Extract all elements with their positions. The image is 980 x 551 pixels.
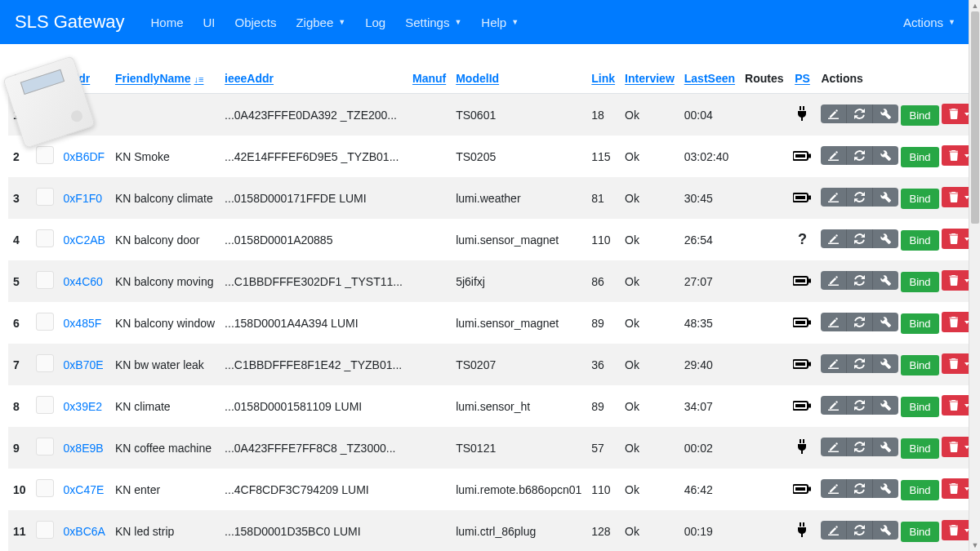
nav-help[interactable]: Help▼ (471, 9, 528, 36)
edit-button[interactable] (821, 521, 847, 540)
power-source-icon (793, 192, 811, 205)
configure-button[interactable] (873, 104, 898, 123)
chevron-down-icon: ▼ (454, 18, 461, 26)
refresh-button[interactable] (847, 313, 873, 331)
edit-button[interactable] (821, 354, 847, 373)
brand[interactable]: SLS Gateway (15, 11, 125, 33)
bind-button[interactable]: Bind (901, 230, 938, 251)
scroll-up-icon[interactable]: ▲ (969, 0, 980, 11)
cell-actions: Bind (816, 94, 980, 136)
nav-ui[interactable]: UI (194, 9, 225, 36)
th-ieee[interactable]: ieeeAddr (220, 64, 408, 94)
edit-button[interactable] (821, 271, 847, 290)
edit-button[interactable] (821, 313, 847, 331)
cell-routes (740, 510, 788, 551)
cell-actions: Bind (816, 344, 980, 385)
scroll-down-icon[interactable]: ▼ (969, 540, 980, 551)
configure-button[interactable] (873, 271, 898, 290)
configure-button[interactable] (873, 479, 898, 498)
refresh-button[interactable] (847, 396, 873, 415)
bind-button[interactable]: Bind (901, 397, 938, 417)
bind-button[interactable]: Bind (901, 438, 938, 459)
nav-log[interactable]: Log (355, 9, 395, 36)
configure-button[interactable] (873, 188, 898, 207)
addr-link[interactable]: 0xF1F0 (64, 192, 102, 205)
addr-link[interactable]: 0xB6DF (64, 150, 105, 163)
refresh-button[interactable] (847, 521, 873, 540)
cell-routes (740, 469, 788, 510)
nav-actions[interactable]: Actions▼ (893, 9, 965, 36)
table-row: 1F0...0A423FFFE0DA392 _TZE200...TS060118… (8, 94, 980, 136)
power-source-icon (793, 317, 811, 330)
edit-button[interactable] (821, 188, 847, 207)
bind-button[interactable]: Bind (901, 355, 938, 375)
bind-button[interactable]: Bind (901, 272, 938, 292)
cell-ieee: ...C1BBDFFFE8F1E42 _TYZB01... (220, 344, 408, 385)
bind-button[interactable]: Bind (901, 105, 938, 126)
edit-button[interactable] (821, 438, 847, 456)
configure-button[interactable] (873, 229, 898, 248)
cell-actions: Bind (816, 302, 980, 344)
scrollbar[interactable]: ▲ ▼ (969, 0, 980, 551)
svg-rect-13 (808, 362, 811, 366)
edit-button[interactable] (821, 396, 847, 415)
addr-link[interactable]: 0xB70E (64, 358, 104, 371)
table-row: 100xC47EKN enter...4CF8CDF3C794209 LUMIl… (8, 469, 980, 510)
refresh-button[interactable] (847, 104, 873, 123)
configure-button[interactable] (873, 313, 898, 331)
edit-button[interactable] (821, 229, 847, 248)
edit-button[interactable] (821, 479, 847, 498)
refresh-button[interactable] (847, 354, 873, 373)
refresh-button[interactable] (847, 188, 873, 207)
refresh-button[interactable] (847, 229, 873, 248)
addr-link[interactable]: 0xBC6A (64, 525, 105, 538)
edit-button[interactable] (821, 146, 847, 165)
th-ps[interactable]: PS (788, 64, 816, 94)
cell-routes (740, 385, 788, 427)
device-icon (36, 479, 54, 497)
cell-friendlyname: KN balcony window (110, 302, 220, 344)
addr-link[interactable]: 0x485F (64, 317, 102, 330)
th-model[interactable]: ModelId (451, 64, 586, 94)
nav-zigbee[interactable]: Zigbee▼ (286, 9, 355, 36)
edit-button[interactable] (821, 104, 847, 123)
refresh-button[interactable] (847, 146, 873, 165)
th-interview[interactable]: Interview (620, 64, 679, 94)
addr-link[interactable]: 0x39E2 (64, 400, 102, 413)
cell-ps (788, 344, 816, 385)
addr-link[interactable]: 0xC47E (64, 483, 105, 496)
addr-link[interactable]: 0x4C60 (64, 275, 103, 288)
nav-home[interactable]: Home (141, 9, 194, 36)
addr-link[interactable]: 0x8E9B (64, 442, 104, 455)
cell-addr: 0xB70E (59, 344, 110, 385)
scrollbar-thumb[interactable] (971, 11, 979, 224)
th-manuf[interactable]: Manuf (408, 64, 451, 94)
configure-button[interactable] (873, 354, 898, 373)
th-lastseen[interactable]: LastSeen (679, 64, 740, 94)
nav-settings[interactable]: Settings▼ (395, 9, 471, 36)
cell-lastseen: 46:42 (679, 469, 740, 510)
th-friendlyname[interactable]: FriendlyName↓≡ (110, 64, 220, 94)
bind-button[interactable]: Bind (901, 480, 938, 500)
bind-button[interactable]: Bind (901, 313, 938, 334)
configure-button[interactable] (873, 396, 898, 415)
cell-link: 115 (586, 136, 620, 177)
refresh-button[interactable] (847, 479, 873, 498)
cell-model: lumi.sensor_magnet (451, 219, 586, 260)
bind-button[interactable]: Bind (901, 522, 938, 542)
configure-button[interactable] (873, 521, 898, 540)
addr-link[interactable]: 0xC2AB (64, 233, 105, 247)
configure-button[interactable] (873, 146, 898, 165)
cell-routes (740, 136, 788, 177)
nav-objects[interactable]: Objects (225, 9, 287, 36)
refresh-button[interactable] (847, 438, 873, 456)
bind-button[interactable]: Bind (901, 189, 938, 209)
th-link[interactable]: Link (586, 64, 620, 94)
configure-button[interactable] (873, 438, 898, 456)
refresh-button[interactable] (847, 271, 873, 290)
cell-interview: Ok (620, 177, 679, 219)
bind-button[interactable]: Bind (901, 147, 938, 167)
cell-friendlyname: KN enter (110, 469, 220, 510)
th-actions: Actions (816, 64, 980, 94)
table-row: 70xB70EKN bw water leak...C1BBDFFFE8F1E4… (8, 344, 980, 385)
